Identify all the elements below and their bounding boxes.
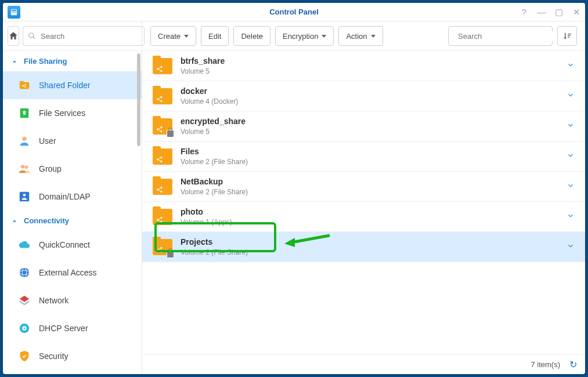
window-body: File SharingShared FolderFile ServicesUs… <box>3 21 585 374</box>
app-icon <box>8 6 20 19</box>
chevron-down-icon[interactable] <box>567 242 575 252</box>
share-icon <box>156 65 164 73</box>
folder-row[interactable]: photoVolume 1 (Apps) <box>142 202 585 232</box>
refresh-icon[interactable]: ↻ <box>569 359 577 370</box>
row-text: photoVolume 1 (Apps) <box>181 207 567 226</box>
sort-button[interactable] <box>557 26 577 46</box>
folder-name: Projects <box>181 237 567 247</box>
section-header[interactable]: Connectivity <box>3 211 142 231</box>
main-search-input[interactable] <box>457 31 557 41</box>
sidebar-item-shared-folder[interactable]: Shared Folder <box>3 71 142 99</box>
network-icon <box>18 294 31 307</box>
chevron-down-icon[interactable] <box>567 61 575 71</box>
folder-icon <box>153 237 172 257</box>
action-button[interactable]: Action <box>338 26 383 46</box>
sidebar-item-user[interactable]: User <box>3 127 142 155</box>
svg-point-11 <box>23 194 26 197</box>
share-icon <box>156 125 164 133</box>
sidebar-item-dhcp-server[interactable]: DHCP Server <box>3 314 142 342</box>
ldap-icon <box>18 190 31 203</box>
folder-row[interactable]: NetBackupVolume 2 (File Share) <box>142 172 585 202</box>
sidebar-search-input[interactable] <box>39 31 139 41</box>
lock-icon <box>167 130 174 137</box>
chevron-down-icon[interactable] <box>567 121 575 132</box>
folder-row[interactable]: encrypted_shareVolume 5 <box>142 111 585 142</box>
section-title: File Sharing <box>24 57 67 66</box>
scrollbar-thumb[interactable] <box>137 53 140 146</box>
folder-icon <box>153 147 172 166</box>
svg-rect-10 <box>20 192 30 202</box>
encryption-label: Encryption <box>283 32 318 41</box>
chevron-down-icon[interactable] <box>567 151 575 162</box>
section-title: Connectivity <box>24 216 69 225</box>
folder-row[interactable]: FilesVolume 2 (File Share) <box>142 142 585 172</box>
sidebar-item-group[interactable]: Group <box>3 155 142 183</box>
folder-row[interactable]: dockerVolume 4 (Docker) <box>142 81 585 111</box>
dhcp-icon <box>18 322 31 335</box>
sidebar-top <box>3 21 142 51</box>
folder-icon <box>153 56 172 76</box>
window-title: Control Panel <box>3 8 585 16</box>
main-search[interactable] <box>448 26 553 46</box>
toolbar: Create Edit Delete Encryption Action <box>142 21 585 51</box>
chevron-down-icon[interactable] <box>567 212 575 222</box>
row-text: encrypted_shareVolume 5 <box>181 117 567 136</box>
share-icon <box>156 95 164 103</box>
caret-icon <box>184 35 189 38</box>
folder-subtitle: Volume 4 (Docker) <box>181 97 567 106</box>
sidebar-item-network[interactable]: Network <box>3 287 142 314</box>
create-label: Create <box>158 32 181 41</box>
sidebar-item-label: Group <box>39 164 62 173</box>
folder-subtitle: Volume 5 <box>181 128 567 136</box>
folder-subtitle: Volume 5 <box>181 67 567 75</box>
sidebar-item-external-access[interactable]: External Access <box>3 259 142 287</box>
help-icon[interactable]: ? <box>515 3 533 21</box>
globe-icon <box>18 266 31 279</box>
titlebar: Control Panel ? — ▢ ✕ <box>3 3 585 21</box>
sidebar-item-label: External Access <box>39 268 97 277</box>
maximize-icon[interactable]: ▢ <box>550 3 568 21</box>
svg-rect-1 <box>12 9 16 10</box>
search-icon <box>28 32 36 40</box>
folder-subtitle: Volume 2 (File Share) <box>181 158 567 166</box>
sidebar-item-file-services[interactable]: File Services <box>3 99 142 127</box>
chevron-down-icon[interactable] <box>567 182 575 192</box>
folder-name: btrfs_share <box>181 56 567 66</box>
main-area: Create Edit Delete Encryption Action btr… <box>142 21 585 374</box>
sidebar-search[interactable] <box>23 26 145 46</box>
sidebar-item-label: Security <box>39 351 68 361</box>
folder-icon <box>153 207 172 227</box>
sidebar-item-security[interactable]: Security <box>3 342 142 370</box>
row-text: FilesVolume 2 (File Share) <box>181 147 567 166</box>
close-icon[interactable]: ✕ <box>568 3 585 21</box>
delete-button[interactable]: Delete <box>233 26 270 46</box>
caret-icon <box>371 35 376 38</box>
chevron-down-icon[interactable] <box>567 91 575 102</box>
folder-name: Files <box>181 147 567 157</box>
folder-name: encrypted_share <box>181 117 567 126</box>
folder-row[interactable]: ProjectsVolume 2 (File Share) <box>142 232 585 262</box>
folder-row[interactable]: btrfs_shareVolume 5 <box>142 51 585 81</box>
chevron-up-icon <box>11 58 18 65</box>
edit-button[interactable]: Edit <box>201 26 229 46</box>
sidebar-item-label: Shared Folder <box>39 81 91 90</box>
sidebar-item-quickconnect[interactable]: QuickConnect <box>3 231 142 259</box>
section-header[interactable]: File Sharing <box>3 51 142 71</box>
sidebar-scroll: File SharingShared FolderFile ServicesUs… <box>3 51 142 374</box>
create-button[interactable]: Create <box>150 26 196 46</box>
folder-icon <box>153 86 172 106</box>
lock-icon <box>167 251 174 258</box>
action-label: Action <box>346 32 367 41</box>
folder-icon <box>153 117 172 136</box>
share-icon <box>156 155 164 164</box>
svg-point-7 <box>22 137 26 141</box>
minimize-icon[interactable]: — <box>533 3 550 21</box>
sidebar-item-domain-ldap[interactable]: Domain/LDAP <box>3 183 142 211</box>
folder-name: docker <box>181 86 567 96</box>
encryption-button[interactable]: Encryption <box>275 26 334 46</box>
sidebar-item-label: Network <box>39 296 68 305</box>
svg-rect-2 <box>12 11 16 12</box>
chevron-up-icon <box>11 217 18 224</box>
window-controls: ? — ▢ ✕ <box>515 3 585 21</box>
home-button[interactable] <box>8 26 19 46</box>
